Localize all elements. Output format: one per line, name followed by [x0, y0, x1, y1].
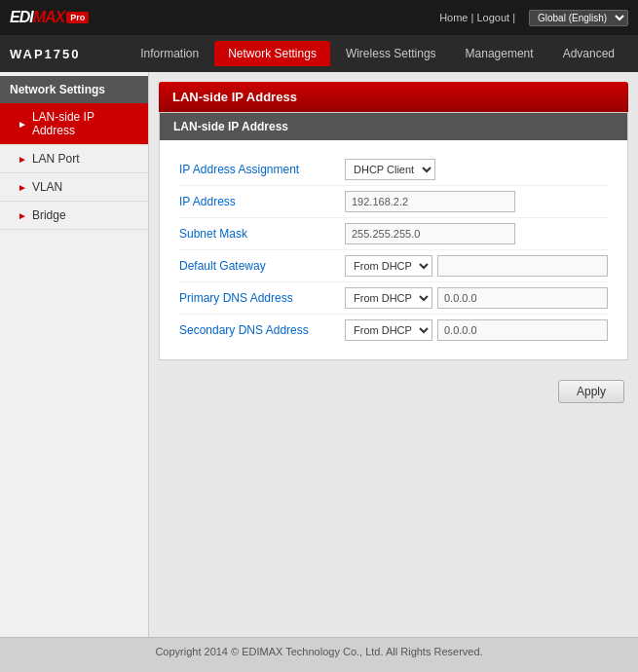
- secondary-dns-label: Secondary DNS Address: [179, 323, 345, 337]
- default-gateway-controls: From DHCP Manual: [345, 255, 608, 277]
- primary-dns-row: Primary DNS Address From DHCP Manual: [179, 282, 608, 315]
- primary-dns-label: Primary DNS Address: [179, 291, 345, 305]
- logo-area: EDIMAX Pro: [10, 9, 89, 26]
- arrow-icon-3: ►: [18, 182, 27, 193]
- top-links: Home | Logout |: [439, 12, 515, 23]
- subnet-mask-controls: [345, 223, 515, 244]
- secondary-dns-row: Secondary DNS Address From DHCP Manual: [179, 315, 608, 346]
- default-gateway-input[interactable]: [437, 255, 608, 277]
- sidebar-item-lan-ip-label: LAN-side IP Address: [32, 110, 138, 137]
- footer-text: Copyright 2014 © EDIMAX Technology Co., …: [155, 646, 482, 657]
- tab-advanced[interactable]: Advanced: [549, 41, 628, 66]
- footer: Copyright 2014 © EDIMAX Technology Co., …: [0, 637, 638, 665]
- ip-assignment-row: IP Address Assignment DHCP Client Static…: [179, 154, 608, 186]
- tab-wireless-settings[interactable]: Wireless Settings: [332, 41, 450, 66]
- sidebar: Network Settings ► LAN-side IP Address ►…: [0, 72, 149, 637]
- sidebar-title: Network Settings: [0, 76, 148, 103]
- ip-address-row: IP Address: [179, 186, 608, 218]
- content-area: LAN-side IP Address LAN-side IP Address …: [149, 72, 638, 637]
- sidebar-item-vlan[interactable]: ► VLAN: [0, 173, 148, 202]
- primary-dns-select[interactable]: From DHCP Manual: [345, 287, 432, 309]
- device-bar: WAP1750 Information Network Settings Wir…: [0, 35, 638, 72]
- arrow-icon-4: ►: [18, 210, 27, 221]
- device-name: WAP1750: [10, 47, 81, 61]
- ip-address-input[interactable]: [345, 191, 515, 212]
- sidebar-item-vlan-label: VLAN: [32, 180, 62, 194]
- sidebar-item-lan-port-label: LAN Port: [32, 152, 80, 166]
- logo-edimax: EDIMAX: [10, 9, 64, 26]
- ip-assignment-controls: DHCP Client Static IP: [345, 159, 435, 180]
- ip-assignment-select[interactable]: DHCP Client Static IP: [345, 159, 435, 180]
- sidebar-item-bridge[interactable]: ► Bridge: [0, 202, 148, 230]
- card-header: LAN-side IP Address: [160, 113, 627, 140]
- secondary-dns-input[interactable]: [437, 319, 608, 341]
- sidebar-item-lan-port[interactable]: ► LAN Port: [0, 145, 148, 173]
- tab-network-settings[interactable]: Network Settings: [214, 41, 330, 66]
- subnet-mask-row: Subnet Mask: [179, 218, 608, 250]
- sidebar-item-lan-ip[interactable]: ► LAN-side IP Address: [0, 103, 148, 145]
- arrow-icon-2: ►: [18, 154, 27, 165]
- default-gateway-label: Default Gateway: [179, 259, 345, 273]
- secondary-dns-select[interactable]: From DHCP Manual: [345, 319, 432, 341]
- primary-dns-controls: From DHCP Manual: [345, 287, 608, 309]
- language-select[interactable]: Global (English): [529, 10, 628, 26]
- sidebar-item-bridge-label: Bridge: [32, 208, 66, 222]
- secondary-dns-controls: From DHCP Manual: [345, 319, 608, 341]
- subnet-mask-label: Subnet Mask: [179, 227, 345, 241]
- primary-dns-input[interactable]: [437, 287, 608, 309]
- logo-pro: Pro: [66, 12, 89, 23]
- nav-tabs: Information Network Settings Wireless Se…: [127, 41, 628, 66]
- content-card: LAN-side IP Address IP Address Assignmen…: [159, 112, 628, 360]
- page-header: LAN-side IP Address: [159, 82, 628, 112]
- main-layout: Network Settings ► LAN-side IP Address ►…: [0, 72, 638, 637]
- arrow-icon: ►: [18, 119, 27, 130]
- tab-management[interactable]: Management: [452, 41, 547, 66]
- default-gateway-select[interactable]: From DHCP Manual: [345, 255, 432, 277]
- subnet-mask-input[interactable]: [345, 223, 515, 244]
- card-body: IP Address Assignment DHCP Client Static…: [160, 140, 627, 359]
- apply-button[interactable]: Apply: [558, 380, 624, 403]
- ip-address-label: IP Address: [179, 195, 345, 208]
- tab-information[interactable]: Information: [127, 41, 212, 66]
- ip-assignment-label: IP Address Assignment: [179, 163, 345, 176]
- default-gateway-row: Default Gateway From DHCP Manual: [179, 250, 608, 282]
- button-row: Apply: [159, 370, 628, 413]
- top-bar: EDIMAX Pro Home | Logout | Global (Engli…: [0, 0, 638, 35]
- ip-address-controls: [345, 191, 515, 212]
